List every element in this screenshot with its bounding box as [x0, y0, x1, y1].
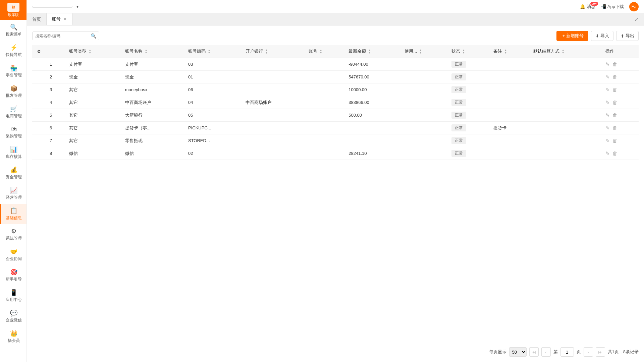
cell-account-code-1: 01	[184, 71, 241, 83]
sidebar-item-ecommerce-mgmt[interactable]: 🛒 电商管理	[0, 102, 26, 122]
page-input[interactable]	[560, 347, 574, 357]
finance-icon: 💰	[10, 166, 17, 174]
cell-latest-balance-4: 500.00	[344, 109, 400, 122]
delete-btn-7[interactable]: 🗑	[612, 150, 618, 157]
col-default-settlement[interactable]: 默认结算方式 ▲▼	[529, 45, 601, 58]
cell-status-3: 正常	[447, 96, 489, 109]
cell-remark-2	[489, 83, 529, 96]
app-download-btn[interactable]: 📲 App下载	[601, 4, 624, 10]
delete-btn-2[interactable]: 🗑	[612, 87, 618, 93]
edit-btn-7[interactable]: ✎	[605, 150, 610, 157]
export-button[interactable]: ⬆ 导出	[616, 31, 639, 41]
header-search[interactable]	[32, 6, 72, 8]
tab-minimize-btn[interactable]: –	[624, 16, 631, 23]
tab-home[interactable]: 首页	[27, 13, 47, 25]
pagination-last[interactable]: ⏭	[596, 347, 605, 357]
sidebar-item-label: 快捷导航	[6, 52, 22, 58]
search-box[interactable]: 🔍	[32, 32, 99, 40]
col-latest-balance[interactable]: 最新余额 ▲▼	[344, 45, 400, 58]
sidebar-item-search-menu[interactable]: 🔍 搜索菜单	[0, 20, 26, 41]
delete-btn-1[interactable]: 🗑	[612, 74, 618, 80]
col-account-name[interactable]: 账号名称 ▲▼	[121, 45, 184, 58]
tab-account-label: 账号	[52, 16, 61, 22]
edit-btn-2[interactable]: ✎	[605, 87, 610, 93]
cell-account-code-2: 06	[184, 83, 241, 96]
edit-btn-6[interactable]: ✎	[605, 138, 610, 144]
per-page-select[interactable]: 50 100 200	[509, 347, 527, 357]
sidebar-item-label: 企业微信	[6, 317, 22, 323]
sidebar-item-finance-mgmt[interactable]: 💰 资金管理	[0, 163, 26, 183]
total-label: 共1页，8条记录	[608, 349, 639, 355]
col-settings[interactable]: ⚙	[32, 45, 46, 58]
main-area: ▾ 🔔 消息 99+ 📲 App下载 Ea 首页 账号 ✕	[27, 0, 644, 362]
pagination-first[interactable]: ⏮	[529, 347, 539, 357]
cell-settings-1	[32, 71, 46, 83]
sidebar-item-purchase-mgmt[interactable]: 🛍 采购管理	[0, 122, 26, 142]
cell-latest-balance-7: 28241.10	[344, 147, 400, 160]
sidebar-item-label: 经营管理	[6, 195, 22, 200]
sidebar-item-label: 零售管理	[6, 72, 22, 78]
delete-btn-6[interactable]: 🗑	[612, 138, 618, 144]
accounts-table: ⚙ 账号类型 ▲▼ 账号名称 ▲▼ 账号编码 ▲▼	[32, 45, 639, 160]
pagination-prev[interactable]: ‹	[541, 347, 551, 357]
sidebar-item-membership[interactable]: 👑 畅会员	[0, 326, 26, 347]
user-avatar[interactable]: Ea	[629, 2, 639, 11]
sidebar-item-basic-info[interactable]: 📋 基础信息	[0, 204, 26, 224]
sidebar-item-label: 企业协同	[6, 256, 22, 262]
messages-btn[interactable]: 🔔 消息 99+	[580, 4, 595, 10]
pagination-next[interactable]: ›	[584, 347, 593, 357]
cell-account-type-1: 现金	[65, 71, 121, 83]
sidebar-item-enterprise-agreement[interactable]: 🤝 企业协同	[0, 245, 26, 265]
edit-btn-3[interactable]: ✎	[605, 100, 610, 106]
tab-account[interactable]: 账号 ✕	[47, 13, 72, 25]
sidebar-item-app-center[interactable]: 📱 应用中心	[0, 286, 26, 306]
col-usage[interactable]: 使用... ▲▼	[400, 45, 447, 58]
system-icon: ⚙	[11, 228, 16, 235]
cell-action-0: ✎ 🗑	[601, 58, 639, 71]
tab-close-icon[interactable]: ✕	[63, 17, 67, 21]
col-remark[interactable]: 备注 ▲▼	[489, 45, 529, 58]
edit-btn-4[interactable]: ✎	[605, 112, 610, 118]
col-bank[interactable]: 开户银行 ▲▼	[241, 45, 305, 58]
search-icon[interactable]: 🔍	[91, 33, 96, 39]
sidebar-item-quick-nav[interactable]: ⚡ 快捷导航	[0, 41, 26, 61]
add-account-button[interactable]: + 新增账号	[556, 31, 588, 41]
cell-remark-1	[489, 71, 529, 83]
logo-subtext: 乐库版	[8, 12, 19, 17]
wholesale-icon: 📦	[10, 85, 17, 92]
table-row: 6 其它 提货卡（零... PICKUPC... 正常 提货卡 ✎ 🗑	[32, 122, 639, 134]
delete-btn-0[interactable]: 🗑	[612, 61, 618, 67]
cell-status-7: 正常	[447, 147, 489, 160]
sidebar-item-inventory[interactable]: 📊 库存核算	[0, 142, 26, 163]
import-button[interactable]: ⬇ 导入	[591, 31, 613, 41]
sidebar-item-system-mgmt[interactable]: ⚙ 系统管理	[0, 224, 26, 245]
sidebar-item-retail-mgmt[interactable]: 🏪 零售管理	[0, 61, 26, 81]
sidebar-item-wholesale-mgmt[interactable]: 📦 批发管理	[0, 81, 26, 102]
delete-btn-4[interactable]: 🗑	[612, 112, 618, 118]
delete-btn-3[interactable]: 🗑	[612, 100, 618, 106]
cell-no-1: 2	[46, 71, 65, 83]
search-input[interactable]	[35, 34, 91, 38]
cell-settings-3	[32, 96, 46, 109]
sort-icons-account-no: ▲▼	[320, 49, 322, 54]
col-account-type[interactable]: 账号类型 ▲▼	[65, 45, 121, 58]
sidebar-item-enterprise-wechat[interactable]: 💬 企业微信	[0, 306, 26, 326]
edit-btn-5[interactable]: ✎	[605, 125, 610, 131]
col-status[interactable]: 状态 ▲▼	[447, 45, 489, 58]
cell-account-no-0	[305, 58, 344, 71]
edit-btn-1[interactable]: ✎	[605, 74, 610, 80]
col-action: 操作	[601, 45, 639, 58]
edit-btn-0[interactable]: ✎	[605, 61, 610, 67]
header-dropdown[interactable]: ▾	[75, 4, 80, 9]
col-account-code[interactable]: 账号编码 ▲▼	[184, 45, 241, 58]
cell-no-0: 1	[46, 58, 65, 71]
cell-account-no-4	[305, 109, 344, 122]
delete-btn-5[interactable]: 🗑	[612, 125, 618, 131]
cell-account-type-5: 其它	[65, 122, 121, 134]
cell-no-4: 5	[46, 109, 65, 122]
col-account-no[interactable]: 账号 ▲▼	[305, 45, 344, 58]
sidebar-item-label: 畅会员	[8, 338, 20, 344]
sidebar-item-beginner-guide[interactable]: 🎯 新手引导	[0, 265, 26, 286]
tab-maximize-btn[interactable]: ⤢	[633, 16, 640, 23]
sidebar-item-operation-mgmt[interactable]: 📈 经营管理	[0, 183, 26, 204]
